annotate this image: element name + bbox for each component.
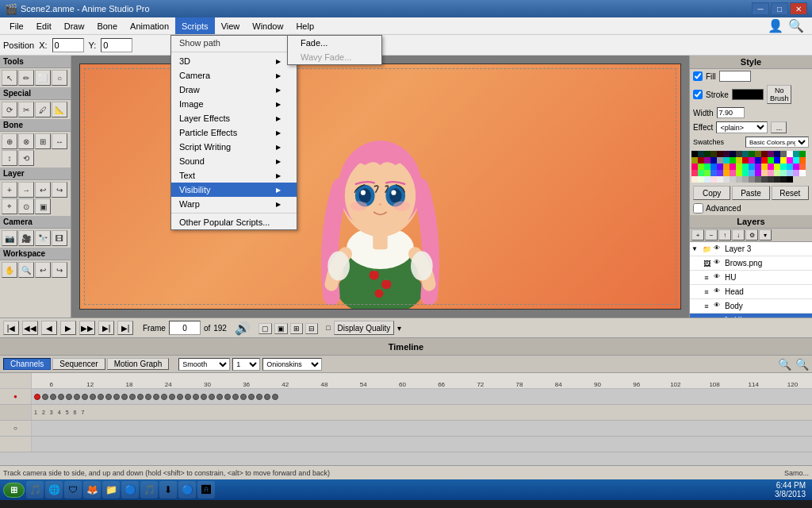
color-swatch-cell[interactable] (717, 164, 723, 170)
color-swatch-cell[interactable] (710, 176, 717, 183)
bone-btn[interactable]: ⊕ (2, 133, 17, 149)
layer-dn-btn[interactable]: ↓ (732, 229, 745, 241)
layer-tool-btn[interactable]: ↪ (52, 182, 67, 198)
prev-key-button[interactable]: ◀◀ (22, 321, 38, 335)
fill-checkbox[interactable] (693, 71, 703, 81)
color-swatch-cell[interactable] (704, 170, 710, 176)
menu-item-3d[interactable]: 3D (171, 54, 297, 68)
color-swatch-cell[interactable] (736, 157, 742, 164)
color-swatch-cell[interactable] (755, 157, 761, 164)
color-swatch-cell[interactable] (749, 170, 755, 176)
audio-icon[interactable]: 🔊 (235, 321, 251, 336)
width-input[interactable] (717, 107, 745, 118)
color-swatch-cell[interactable] (749, 164, 755, 170)
color-swatch-cell[interactable] (799, 170, 806, 176)
color-swatch-cell[interactable] (730, 170, 736, 176)
color-swatch-cell[interactable] (761, 164, 768, 170)
taskbar-icon-7[interactable]: 🎵 (140, 481, 158, 498)
color-swatch-cell[interactable] (742, 176, 749, 183)
tool-btn[interactable]: ✏ (18, 70, 34, 86)
stroke-color-swatch[interactable] (732, 89, 764, 100)
tool-btn[interactable]: ↖ (2, 70, 17, 86)
color-swatch-cell[interactable] (723, 170, 730, 176)
taskbar-icon-9[interactable]: 🔵 (178, 481, 196, 498)
taskbar-icon-6[interactable]: 🔵 (121, 481, 139, 498)
layer-up-btn[interactable]: ↑ (718, 229, 731, 241)
view-btn-1[interactable]: ▢ (259, 323, 272, 334)
workspace-btn[interactable]: 🔍 (18, 262, 34, 278)
quality-dropdown[interactable]: ▾ (397, 324, 401, 333)
color-swatch-cell[interactable] (730, 164, 736, 170)
menu-item-script-writing[interactable]: Script Writing (171, 140, 297, 154)
no-brush-button[interactable]: NoBrush (767, 85, 792, 104)
menu-help[interactable]: Help (289, 17, 320, 34)
color-swatch-cell[interactable] (736, 170, 742, 176)
rewind-button[interactable]: ◀ (41, 321, 57, 335)
color-swatch-cell[interactable] (691, 151, 698, 157)
bone-btn[interactable]: ↕ (2, 150, 17, 166)
zoom-out-icon[interactable]: 🔍 (795, 358, 809, 371)
color-swatch-cell[interactable] (780, 164, 787, 170)
color-swatch-cell[interactable] (710, 157, 717, 164)
play-button[interactable]: ▶ (60, 321, 76, 335)
color-swatch-cell[interactable] (749, 176, 755, 183)
layer-tool-btn[interactable]: ⊙ (18, 198, 34, 214)
bone-btn[interactable]: ↔ (52, 133, 67, 149)
color-swatch-cell[interactable] (793, 164, 799, 170)
layer-tool-btn[interactable]: ↩ (35, 182, 51, 198)
color-swatch-cell[interactable] (774, 164, 780, 170)
color-swatch-cell[interactable] (698, 170, 704, 176)
color-swatch-cell[interactable] (774, 176, 780, 183)
color-swatch-cell[interactable] (698, 157, 704, 164)
color-swatch-cell[interactable] (787, 151, 793, 157)
menu-draw[interactable]: Draw (58, 17, 91, 34)
color-swatch-cell[interactable] (723, 176, 730, 183)
color-swatch-cell[interactable] (780, 157, 787, 164)
layer-row-hl[interactable]: ▼ ≡ 👁 HL (690, 314, 812, 318)
menu-bone[interactable]: Bone (90, 17, 124, 34)
menu-item-draw[interactable]: Draw (171, 83, 297, 97)
show-path-item[interactable]: Show path (171, 36, 297, 50)
color-swatch-cell[interactable] (704, 151, 710, 157)
color-swatch-cell[interactable] (774, 170, 780, 176)
color-swatch-cell[interactable] (799, 151, 806, 157)
color-swatch-cell[interactable] (691, 170, 698, 176)
color-swatch-cell[interactable] (768, 164, 774, 170)
color-swatch-cell[interactable] (793, 170, 799, 176)
color-swatch-cell[interactable] (787, 164, 793, 170)
layer-del-btn[interactable]: − (705, 229, 718, 241)
view-btn-3[interactable]: ⊞ (290, 323, 303, 334)
color-swatch-cell[interactable] (749, 151, 755, 157)
fill-color-swatch[interactable] (719, 71, 751, 82)
menu-item-camera[interactable]: Camera (171, 68, 297, 83)
x-input[interactable] (52, 38, 84, 52)
stroke-checkbox[interactable] (693, 90, 703, 99)
menu-item-layer-effects[interactable]: Layer Effects (171, 111, 297, 125)
color-swatch-cell[interactable] (704, 176, 710, 183)
color-swatch-cell[interactable] (698, 151, 704, 157)
color-swatch-cell[interactable] (723, 164, 730, 170)
submenu-item-fade[interactable]: Fade... (288, 36, 381, 50)
taskbar-icon-4[interactable]: 🦊 (83, 481, 101, 498)
swatches-file-select[interactable]: Basic Colors.png (745, 137, 809, 148)
layer-row-hu[interactable]: ≡ 👁 HU (690, 271, 812, 285)
color-swatch-cell[interactable] (787, 170, 793, 176)
color-swatch-cell[interactable] (691, 176, 698, 183)
camera-btn[interactable]: 🎞 (52, 230, 67, 246)
color-swatch-cell[interactable] (755, 164, 761, 170)
camera-btn[interactable]: 🔭 (35, 230, 51, 246)
layer-tool-btn[interactable]: → (18, 182, 34, 198)
color-swatch-cell[interactable] (742, 164, 749, 170)
color-swatch-cell[interactable] (793, 157, 799, 164)
frame-input[interactable] (169, 321, 201, 335)
submenu-item-wavy-fade[interactable]: Wavy Fade... (288, 50, 381, 64)
color-swatch-cell[interactable] (755, 151, 761, 157)
color-swatch-cell[interactable] (730, 151, 736, 157)
onion-select[interactable]: Onionskins (262, 358, 322, 371)
taskbar-icon-10[interactable]: 🅰 (197, 481, 215, 498)
advanced-checkbox[interactable] (693, 203, 703, 214)
maximize-button[interactable]: □ (771, 2, 788, 15)
menu-item-particle-effects[interactable]: Particle Effects (171, 125, 297, 140)
color-swatch-cell[interactable] (704, 157, 710, 164)
color-swatch-cell[interactable] (717, 170, 723, 176)
